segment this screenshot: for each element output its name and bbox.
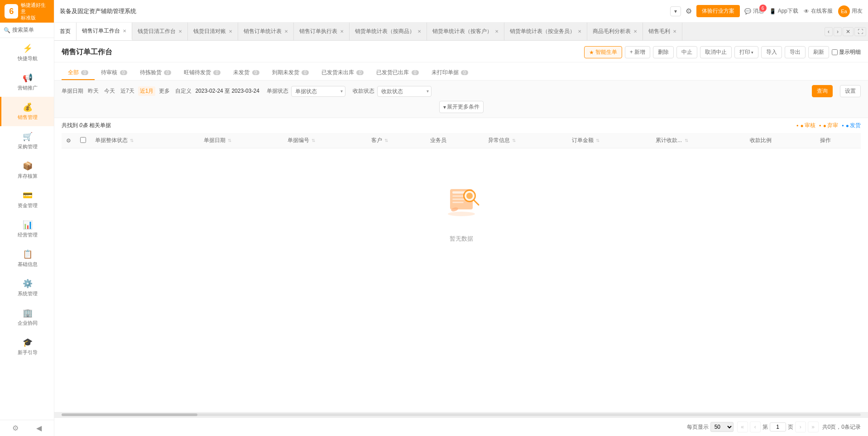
th-checkbox[interactable] <box>76 133 91 148</box>
settings-query-btn[interactable]: 设置 <box>840 85 861 97</box>
pagination-page-input[interactable] <box>770 422 786 431</box>
filter-tab-all[interactable]: 全部 0 <box>62 66 95 80</box>
scrollbar-thumb[interactable] <box>62 413 197 416</box>
new-btn[interactable]: + 新增 <box>625 46 650 58</box>
date-btn-今天[interactable]: 今天 <box>102 86 117 96</box>
pagination-prev-btn[interactable]: ‹ <box>750 422 761 432</box>
date-btn-更多[interactable]: 更多 <box>157 86 172 96</box>
user-menu-btn[interactable]: Ea 用友 <box>838 5 863 17</box>
tab-close-sales-sum-staff[interactable]: ✕ <box>578 29 581 34</box>
tab-close-sales-profit[interactable]: ✕ <box>673 29 676 34</box>
tab-sales-stat[interactable]: 销售订单统计表✕ <box>238 23 294 40</box>
tab-scroll-left[interactable]: ‹ <box>825 27 833 36</box>
pagination-first-btn[interactable]: « <box>737 422 748 432</box>
tab-sales-workbench[interactable]: 销售订单工作台✕ <box>77 23 132 40</box>
settings-bottom-icon[interactable]: ⚙ <box>12 424 19 432</box>
smart-generate-btn[interactable]: ★ 智能生单 <box>584 46 622 58</box>
th-staff[interactable]: 业务员 <box>426 133 483 148</box>
delete-btn[interactable]: 删除 <box>653 46 674 58</box>
tab-close-sales-exec[interactable]: ✕ <box>340 29 344 34</box>
refresh-btn[interactable]: 刷新 <box>808 46 829 58</box>
query-btn[interactable]: 查询 <box>812 85 833 97</box>
tab-home[interactable]: 首页 <box>54 23 77 40</box>
tab-close-cash-daily[interactable]: ✕ <box>178 29 182 34</box>
pagination-size-select[interactable]: 50 10 20 100 <box>710 422 734 432</box>
show-detail-label[interactable]: 显示明细 <box>832 48 861 56</box>
topbar-settings-btn[interactable]: ⚙ <box>686 7 692 15</box>
tab-sales-margin[interactable]: 商品毛利分析表✕ <box>587 23 643 40</box>
th-amount[interactable]: 订单金额 ⇅ <box>567 133 651 148</box>
tab-close-sales-sum-product[interactable]: ✕ <box>417 29 421 34</box>
filter-tab-not-shipped[interactable]: 未发货 0 <box>227 66 265 80</box>
guide-nav-label: 新手引导 <box>18 349 38 356</box>
collapse-icon[interactable]: ◀ <box>36 424 42 432</box>
filter-tab-expired-not-shipped[interactable]: 到期未发货 0 <box>266 66 315 80</box>
tab-close-cash-reconcile[interactable]: ✕ <box>229 29 232 34</box>
topbar-dropdown-btn[interactable]: ▾ <box>670 6 681 16</box>
th-abnormal[interactable]: 异常信息 ⇅ <box>484 133 567 148</box>
search-menu-item[interactable]: 🔍 搜索菜单 <box>0 23 54 38</box>
tab-sales-sum-staff[interactable]: 销货单统计表（按业务员）✕ <box>504 23 587 40</box>
select-all-checkbox[interactable] <box>80 137 86 143</box>
export-btn[interactable]: 导出 <box>785 46 806 58</box>
tab-sales-profit[interactable]: 销售毛利✕ <box>643 23 682 40</box>
tab-close-sales-stat[interactable]: ✕ <box>284 29 288 34</box>
filter-tab-pending-review[interactable]: 待审核 0 <box>95 66 133 80</box>
tab-cash-reconcile[interactable]: 钱货日清对账✕ <box>188 23 238 40</box>
filter-tab-shipped-not-out[interactable]: 已发货未出库 0 <box>315 66 370 80</box>
horizontal-scrollbar[interactable] <box>54 412 868 417</box>
sidebar-item-quick-nav[interactable]: ⚡ 快捷导航 <box>0 38 54 67</box>
cancel-stop-btn[interactable]: 取消中止 <box>700 46 732 58</box>
show-detail-checkbox[interactable] <box>832 49 838 55</box>
tab-close-sales-margin[interactable]: ✕ <box>633 29 637 34</box>
filter-tab-pending-inspect[interactable]: 待拣验货 0 <box>134 66 177 80</box>
tab-sales-sum-customer[interactable]: 销货单统计表（按客户）✕ <box>427 23 504 40</box>
sidebar-item-sales[interactable]: 💰 销售管理 <box>0 97 54 126</box>
abandon-review-action[interactable]: ● 弃审 <box>819 122 838 129</box>
date-btn-自定义[interactable]: 自定义 <box>173 86 193 96</box>
sidebar-item-inventory[interactable]: 📦 库存核算 <box>0 156 54 185</box>
industry-btn[interactable]: 体验行业方案 <box>696 5 740 17</box>
import-btn[interactable]: 导入 <box>761 46 782 58</box>
filter-tab-not-printed[interactable]: 未打印单据 0 <box>425 66 475 80</box>
app-download-btn[interactable]: 📱 App下载 <box>769 7 798 15</box>
filter-tab-shipped-out[interactable]: 已发货已出库 0 <box>370 66 425 80</box>
th-settings[interactable]: ⚙ <box>62 133 76 148</box>
stop-btn[interactable]: 中止 <box>676 46 697 58</box>
date-btn-近1月[interactable]: 近1月 <box>138 86 156 96</box>
review-action[interactable]: ● 审核 <box>796 122 815 129</box>
tab-close-sales-workbench[interactable]: ✕ <box>123 28 126 33</box>
sidebar-item-guide[interactable]: 🎓 新手引导 <box>0 332 54 361</box>
th-number[interactable]: 单据编号 ⇅ <box>283 133 367 148</box>
status-select[interactable]: 单据状态 <box>291 86 345 97</box>
pagination-next-btn[interactable]: › <box>795 422 806 432</box>
th-customer[interactable]: 客户 ⇅ <box>367 133 426 148</box>
tab-scroll-right[interactable]: › <box>834 27 842 36</box>
tab-cash-daily[interactable]: 钱货日清工作台✕ <box>132 23 188 40</box>
payment-select[interactable]: 收款状态 <box>377 86 432 97</box>
message-btn[interactable]: 💬 消息 6 <box>744 7 764 15</box>
tab-close-sales-sum-customer[interactable]: ✕ <box>495 29 499 34</box>
sidebar-item-purchase[interactable]: 🛒 采购管理 <box>0 126 54 156</box>
sidebar-item-base-info[interactable]: 📋 基础信息 <box>0 244 54 273</box>
sidebar-item-finance[interactable]: 💳 资金管理 <box>0 185 54 214</box>
tab-sales-exec[interactable]: 销售订单执行表✕ <box>294 23 350 40</box>
ship-action[interactable]: ● 发货 <box>842 122 861 129</box>
expand-conditions-btn[interactable]: ▾ 展开更多条件 <box>439 101 484 113</box>
sidebar-item-system[interactable]: ⚙️ 系统管理 <box>0 273 54 303</box>
th-date[interactable]: 单据日期 ⇅ <box>199 133 283 148</box>
filter-tab-wangpu-pending[interactable]: 旺铺待发货 0 <box>177 66 227 80</box>
pagination-last-btn[interactable]: » <box>808 422 819 432</box>
tab-label-cash-daily: 钱货日清工作台 <box>138 28 176 35</box>
sidebar-item-marketing[interactable]: 📢 营销推广 <box>0 67 54 97</box>
sidebar-item-operations[interactable]: 📊 经营管理 <box>0 214 54 244</box>
tab-close-all[interactable]: ✕ <box>843 27 854 36</box>
date-btn-近7天[interactable]: 近7天 <box>119 86 136 96</box>
online-service-btn[interactable]: 👁 在线客服 <box>804 7 833 15</box>
tab-maximize[interactable]: ⛶ <box>854 27 866 36</box>
th-collected[interactable]: 累计收款... ⇅ <box>651 133 745 148</box>
tab-sales-sum-product[interactable]: 销货单统计表（按商品）✕ <box>350 23 427 40</box>
date-btn-昨天[interactable]: 昨天 <box>86 86 101 96</box>
print-btn[interactable]: 打印 ▾ <box>734 46 758 58</box>
sidebar-item-enterprise[interactable]: 🏢 企业协同 <box>0 303 54 332</box>
